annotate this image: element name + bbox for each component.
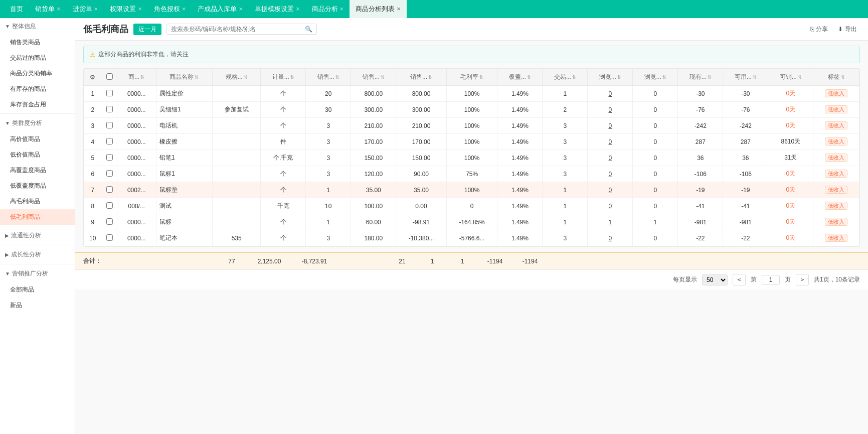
sidebar-item-low-coverage[interactable]: 低覆盖度商品 [0, 178, 75, 194]
row-coverage: 1.49% [497, 102, 543, 118]
sidebar-item-high-coverage[interactable]: 高覆盖度商品 [0, 163, 75, 178]
col-browse1[interactable]: 浏览...⇅ [588, 69, 633, 86]
row-browse1[interactable]: 0 [588, 182, 633, 198]
row-browse1[interactable]: 0 [588, 230, 633, 246]
sidebar-group-circulation[interactable]: ▶ 流通性分析 [0, 227, 75, 244]
row-checkbox[interactable] [102, 166, 117, 182]
col-name[interactable]: 商品名称⇅ [156, 69, 212, 86]
table-row: 1 0000... 属性定价 个 20 800.00 800.00 100% 1… [84, 86, 859, 102]
page-size-select[interactable]: 50 100 200 [702, 274, 728, 285]
col-unit[interactable]: 计量...⇅ [261, 69, 306, 86]
row-sales-price: 120.00 [351, 166, 396, 182]
row-checkbox[interactable] [102, 230, 117, 246]
col-current-stock[interactable]: 现有...⇅ [678, 69, 723, 86]
row-tag: 低收入 [813, 214, 859, 230]
sidebar-item-sales-products[interactable]: 销售类商品 [0, 35, 75, 50]
row-checkbox[interactable] [102, 102, 117, 118]
nav-permissions[interactable]: 权限设置× [104, 0, 148, 18]
nav-product-entry[interactable]: 产成品入库单× [192, 0, 249, 18]
row-transaction: 1 [543, 86, 588, 102]
col-available[interactable]: 可用...⇅ [723, 69, 768, 86]
nav-purchase[interactable]: 进货单× [67, 0, 104, 18]
row-checkbox[interactable] [102, 86, 117, 102]
row-sellable: 0天 [768, 182, 813, 198]
nav-product-analysis-list[interactable]: 商品分析列表× [350, 0, 407, 18]
time-filter-button[interactable]: 近一月 [133, 24, 161, 35]
export-icon: ⬇ [838, 26, 843, 33]
row-checkbox[interactable] [102, 134, 117, 150]
row-browse1[interactable]: 0 [588, 86, 633, 102]
row-browse1[interactable]: 0 [588, 150, 633, 166]
row-browse1[interactable]: 0 [588, 134, 633, 150]
table-row: 2 0000... 吴细细1 参加复试 个 30 300.00 300.00 1… [84, 102, 859, 118]
row-gross-margin: -5766.6... [446, 230, 497, 246]
sidebar-group-cluster[interactable]: ▼ 类群度分析 [0, 115, 75, 131]
row-browse1[interactable]: 0 [588, 102, 633, 118]
sidebar-item-new-products[interactable]: 新品 [0, 298, 75, 313]
row-browse1[interactable]: 0 [588, 198, 633, 214]
row-tag: 低收入 [813, 150, 859, 166]
row-spec [213, 150, 261, 166]
row-no: 7 [84, 182, 102, 198]
sidebar-item-inventory-capital[interactable]: 库存资金占用 [0, 97, 75, 112]
sidebar-group-marketing[interactable]: ▼ 营销推广分析 [0, 265, 75, 282]
row-checkbox[interactable] [102, 198, 117, 214]
col-sellable[interactable]: 可销...⇅ [768, 69, 813, 86]
row-browse2: 0 [633, 134, 678, 150]
row-unit: 千克 [261, 198, 306, 214]
search-icon[interactable]: 🔍 [305, 26, 312, 33]
col-sales-amount[interactable]: 销售...⇅ [396, 69, 447, 86]
row-gross-margin: 75% [446, 166, 497, 182]
page-header: 低毛利商品 近一月 🔍 ⎘ 分享 ⬇ 导出 [75, 18, 868, 41]
sidebar-item-stocked-products[interactable]: 有库存的商品 [0, 81, 75, 97]
divider [0, 113, 75, 114]
row-browse1[interactable]: 0 [588, 118, 633, 134]
col-tag[interactable]: 标签⇅ [813, 69, 859, 86]
nav-home[interactable]: 首页 [4, 0, 29, 18]
sidebar-group-overall[interactable]: ▼ 整体信息 [0, 18, 75, 35]
select-all-checkbox[interactable] [106, 73, 113, 80]
row-checkbox[interactable] [102, 214, 117, 230]
row-checkbox[interactable] [102, 150, 117, 166]
row-gross-margin: 100% [446, 118, 497, 134]
col-sales-qty[interactable]: 销售...⇅ [306, 69, 351, 86]
sidebar-item-all-products[interactable]: 全部商品 [0, 282, 75, 298]
prev-page-button[interactable]: ＜ [733, 274, 746, 285]
sidebar-item-low-margin[interactable]: 低毛利商品 [0, 209, 75, 225]
nav-sales[interactable]: 销货单× [29, 0, 67, 18]
sidebar-item-category-rate[interactable]: 商品分类助销率 [0, 66, 75, 81]
col-coverage[interactable]: 覆盖...⇅ [497, 69, 543, 86]
col-sales-price[interactable]: 销售...⇅ [351, 69, 396, 86]
row-checkbox[interactable] [102, 118, 117, 134]
export-button[interactable]: ⬇ 导出 [835, 24, 860, 35]
nav-template-settings[interactable]: 单据模板设置× [249, 0, 306, 18]
sidebar-item-traded-products[interactable]: 交易过的商品 [0, 50, 75, 66]
row-spec [213, 214, 261, 230]
nav-product-analysis[interactable]: 商品分析× [306, 0, 350, 18]
row-unit: 个 [261, 182, 306, 198]
sidebar-item-low-value[interactable]: 低价值商品 [0, 147, 75, 163]
row-browse2: 0 [633, 166, 678, 182]
share-button[interactable]: ⎘ 分享 [807, 24, 831, 35]
row-sales-qty: 3 [306, 118, 351, 134]
col-spec[interactable]: 规格...⇅ [213, 69, 261, 86]
sidebar-group-growth[interactable]: ▶ 成长性分析 [0, 246, 75, 263]
col-transaction[interactable]: 交易...⇅ [543, 69, 588, 86]
row-browse1[interactable]: 1 [588, 214, 633, 230]
row-no: 5 [84, 150, 102, 166]
col-settings[interactable]: ⚙ [84, 69, 102, 86]
page-input[interactable] [762, 275, 780, 285]
col-gross-margin[interactable]: 毛利率⇅ [446, 69, 497, 86]
row-checkbox[interactable] [102, 182, 117, 198]
col-code[interactable]: 商...⇅ [117, 69, 156, 86]
sidebar-item-high-margin[interactable]: 高毛利商品 [0, 194, 75, 209]
col-browse2[interactable]: 浏览...⇅ [633, 69, 678, 86]
next-page-button[interactable]: ＞ [796, 274, 809, 285]
footer-spacer1 [111, 258, 217, 265]
sidebar-item-high-value[interactable]: 高价值商品 [0, 131, 75, 147]
arrow-icon-5: ▼ [5, 271, 10, 276]
row-browse2: 0 [633, 118, 678, 134]
nav-roles[interactable]: 角色授权× [148, 0, 192, 18]
row-browse1[interactable]: 0 [588, 166, 633, 182]
search-input[interactable] [171, 26, 303, 33]
